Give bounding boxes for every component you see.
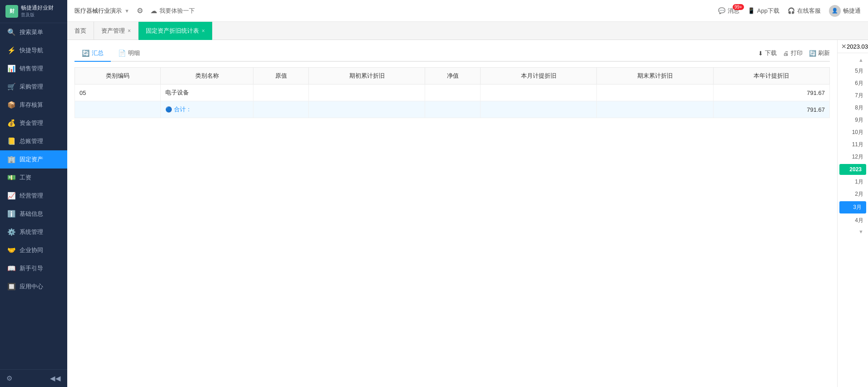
settings-footer-icon[interactable]: ⚙ bbox=[6, 374, 12, 382]
sidebar-item-fixedasset[interactable]: 🏢 固定资产 bbox=[0, 150, 67, 169]
sidebar-label-inventory: 库存核算 bbox=[20, 101, 43, 109]
tab-asset-mgmt-close[interactable]: × bbox=[128, 28, 131, 34]
row-name: 电子设备 bbox=[160, 84, 253, 101]
date-month-5[interactable]: 5月 bbox=[838, 65, 868, 77]
sidebar-label-operation: 经营管理 bbox=[20, 192, 43, 200]
date-year-separator[interactable]: 2023 bbox=[839, 164, 866, 175]
sidebar-item-enterprise[interactable]: 🤝 企业协同 bbox=[0, 241, 67, 259]
sidebar-title-block: 畅捷通好业财 普及版 bbox=[21, 5, 54, 18]
purchase-icon: 🛒 bbox=[7, 83, 16, 91]
tab-depreciation-table[interactable]: 固定资产折旧统计表 × bbox=[139, 22, 213, 40]
sidebar-item-operation[interactable]: 📈 经营管理 bbox=[0, 187, 67, 205]
print-button[interactable]: 🖨 打印 bbox=[783, 49, 803, 57]
sidebar-app-version: 普及版 bbox=[21, 12, 54, 18]
date-month-11[interactable]: 11月 bbox=[838, 139, 868, 151]
experience-button[interactable]: ☁ 我要体验一下 bbox=[150, 7, 195, 15]
refresh-button[interactable]: 🔄 刷新 bbox=[809, 49, 830, 57]
month-label-7: 7月 bbox=[855, 92, 863, 99]
messages-button[interactable]: 💬 消息 99+ bbox=[718, 7, 739, 15]
subtotal-initial-dep bbox=[309, 101, 425, 118]
customer-service-label: 在线客服 bbox=[797, 7, 821, 15]
month-label-4: 4月 bbox=[855, 217, 863, 224]
date-month-12[interactable]: 12月 bbox=[838, 151, 868, 163]
row-code: 05 bbox=[75, 84, 161, 101]
panel-close-button[interactable]: ✕ bbox=[841, 43, 847, 50]
topbar-right: 💬 消息 99+ 📱 App下载 🎧 在线客服 👤 畅捷通 bbox=[718, 5, 861, 17]
month-label-2: 2月 bbox=[855, 190, 863, 198]
sidebar-item-fund[interactable]: 💰 资金管理 bbox=[0, 114, 67, 132]
sidebar-item-purchase[interactable]: 🛒 采购管理 bbox=[0, 78, 67, 96]
content-main: 🔄 汇总 📄 明细 ⬇ 下载 🖨 打印 bbox=[67, 40, 837, 387]
print-label: 打印 bbox=[791, 49, 803, 57]
sidebar-item-guide[interactable]: 📖 新手引导 bbox=[0, 259, 67, 278]
date-nav-up[interactable]: ▲ bbox=[838, 55, 868, 65]
sidebar-label-fund: 资金管理 bbox=[20, 119, 43, 127]
date-month-1[interactable]: 1月 bbox=[838, 176, 868, 188]
subtotal-label-cell: 🔵 合计： bbox=[160, 101, 253, 118]
subtab-summary[interactable]: 🔄 汇总 bbox=[74, 45, 111, 62]
year-separator-label: 2023 bbox=[849, 166, 862, 173]
sidebar-item-sales[interactable]: 📊 销售管理 bbox=[0, 60, 67, 78]
ledger-icon: 📒 bbox=[7, 137, 16, 145]
date-month-9[interactable]: 9月 bbox=[838, 114, 868, 126]
sidebar-item-basicinfo[interactable]: ℹ️ 基础信息 bbox=[0, 205, 67, 223]
month-label-6: 6月 bbox=[855, 79, 863, 87]
sidebar-item-quicknav[interactable]: ⚡ 快捷导航 bbox=[0, 41, 67, 60]
table-row: 05 电子设备 791.67 bbox=[75, 84, 830, 101]
sidebar-item-appcenter[interactable]: 🔲 应用中心 bbox=[0, 278, 67, 296]
sidebar-label-sales: 销售管理 bbox=[20, 64, 43, 73]
detail-icon: 📄 bbox=[118, 50, 126, 57]
subtab-summary-label: 汇总 bbox=[92, 49, 104, 57]
company-selector[interactable]: 医疗器械行业演示 ▼ bbox=[74, 7, 129, 15]
user-button[interactable]: 👤 畅捷通 bbox=[829, 5, 861, 17]
sidebar-header: 财 畅捷通好业财 普及版 bbox=[0, 0, 67, 23]
company-name: 医疗器械行业演示 bbox=[74, 7, 122, 15]
month-label-10: 10月 bbox=[852, 129, 863, 136]
col-end-dep: 期末累计折旧 bbox=[597, 68, 713, 84]
col-net-value: 净值 bbox=[425, 68, 481, 84]
sidebar-item-salary[interactable]: 💵 工资 bbox=[0, 169, 67, 187]
month-label-5: 5月 bbox=[855, 67, 863, 75]
month-label-12: 12月 bbox=[852, 153, 863, 161]
depreciation-table: 类别编码 类别名称 原值 期初累计折旧 净值 本月计提折旧 期末累计折旧 本年计… bbox=[74, 67, 830, 118]
sidebar-label-ledger: 总账管理 bbox=[20, 137, 43, 145]
toolbar: ⬇ 下载 🖨 打印 🔄 刷新 bbox=[758, 49, 830, 57]
app-download-button[interactable]: 📱 App下载 bbox=[748, 7, 779, 15]
sales-icon: 📊 bbox=[7, 64, 16, 73]
month-label-3: 3月 bbox=[853, 203, 862, 211]
date-month-4[interactable]: 4月 bbox=[838, 214, 868, 227]
month-label-1: 1月 bbox=[855, 178, 863, 186]
sidebar-label-basicinfo: 基础信息 bbox=[20, 210, 43, 218]
date-nav-down[interactable]: ▼ bbox=[838, 227, 868, 237]
download-button[interactable]: ⬇ 下载 bbox=[758, 49, 777, 57]
chevron-down-icon: ▼ bbox=[858, 229, 863, 234]
collapse-footer-icon[interactable]: ◀◀ bbox=[50, 374, 61, 382]
panel-year-label: 2023.03 bbox=[847, 43, 868, 50]
date-month-10[interactable]: 10月 bbox=[838, 126, 868, 139]
subtab-detail[interactable]: 📄 明细 bbox=[111, 45, 147, 62]
date-month-3-current[interactable]: 3月 bbox=[839, 201, 866, 213]
topbar-settings-icon[interactable]: ⚙ bbox=[135, 5, 145, 17]
date-month-7[interactable]: 7月 bbox=[838, 89, 868, 102]
appcenter-icon: 🔲 bbox=[7, 283, 16, 291]
chevron-up-icon: ▲ bbox=[858, 57, 863, 63]
sidebar-item-search[interactable]: 🔍 搜索菜单 bbox=[0, 23, 67, 41]
tab-home[interactable]: 首页 bbox=[67, 22, 94, 40]
sidebar-item-ledger[interactable]: 📒 总账管理 bbox=[0, 132, 67, 150]
tab-asset-mgmt[interactable]: 资产管理 × bbox=[94, 22, 139, 40]
date-month-8[interactable]: 8月 bbox=[838, 102, 868, 114]
sidebar-item-inventory[interactable]: 📦 库存核算 bbox=[0, 96, 67, 114]
row-annual-dep: 791.67 bbox=[713, 84, 829, 101]
sidebar-item-system[interactable]: ⚙️ 系统管理 bbox=[0, 223, 67, 241]
user-label: 畅捷通 bbox=[843, 7, 861, 15]
col-original-value: 原值 bbox=[253, 68, 309, 84]
subtotal-monthly-dep bbox=[481, 101, 597, 118]
refresh-icon: 🔄 bbox=[809, 50, 816, 57]
tab-depreciation-close[interactable]: × bbox=[202, 28, 205, 34]
download-label: 下载 bbox=[765, 49, 777, 57]
col-name: 类别名称 bbox=[160, 68, 253, 84]
date-month-2[interactable]: 2月 bbox=[838, 188, 868, 200]
customer-service-button[interactable]: 🎧 在线客服 bbox=[788, 7, 821, 15]
date-month-6[interactable]: 6月 bbox=[838, 77, 868, 89]
salary-icon: 💵 bbox=[7, 174, 16, 182]
